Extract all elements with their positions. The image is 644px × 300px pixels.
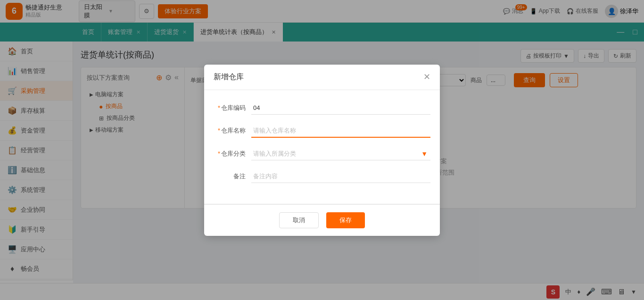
dialog-header: 新增仓库 ✕ [204, 65, 440, 90]
cancel-button[interactable]: 取消 [279, 212, 319, 228]
code-field [251, 101, 430, 115]
note-field [251, 170, 430, 183]
code-input[interactable] [251, 101, 430, 115]
name-input[interactable] [251, 124, 430, 138]
form-row-category: *仓库分类 ▼ [214, 147, 430, 160]
category-label: *仓库分类 [214, 150, 251, 158]
dialog-footer: 取消 保存 [204, 204, 440, 236]
code-label: *仓库编码 [214, 104, 251, 112]
category-field: ▼ [251, 147, 430, 160]
note-input[interactable] [251, 170, 430, 183]
modal-overlay[interactable]: 新增仓库 ✕ *仓库编码 *仓库名称 [0, 0, 644, 300]
close-dialog-icon[interactable]: ✕ [423, 73, 430, 81]
form-row-note: 备注 [214, 170, 430, 183]
dialog-title: 新增仓库 [214, 72, 244, 82]
name-field [251, 124, 430, 138]
dialog-body: *仓库编码 *仓库名称 *仓库分类 [204, 90, 440, 204]
form-row-code: *仓库编码 [214, 101, 430, 115]
new-warehouse-dialog: 新增仓库 ✕ *仓库编码 *仓库名称 [204, 65, 440, 236]
form-row-name: *仓库名称 [214, 124, 430, 138]
category-input[interactable] [251, 147, 430, 160]
note-label: 备注 [214, 172, 251, 181]
name-label: *仓库名称 [214, 126, 251, 135]
save-button[interactable]: 保存 [326, 212, 365, 228]
